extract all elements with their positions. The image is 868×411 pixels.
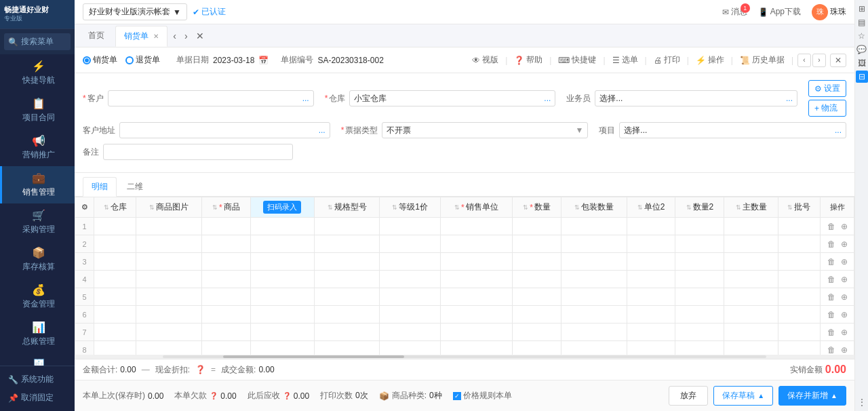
- cell-10[interactable]: [675, 271, 724, 288]
- cell-1[interactable]: [136, 324, 202, 341]
- cell-10[interactable]: [675, 218, 724, 235]
- cell-8[interactable]: [561, 271, 627, 288]
- cell-11[interactable]: [724, 306, 778, 324]
- cell-11[interactable]: [724, 235, 778, 253]
- cell-11[interactable]: [724, 341, 778, 355]
- cell-5[interactable]: [380, 271, 440, 288]
- cell-10[interactable]: [675, 235, 724, 253]
- staff-input[interactable]: 选择... ...: [595, 90, 797, 106]
- tab-detail[interactable]: 明细: [83, 177, 117, 197]
- cell-3[interactable]: [250, 306, 314, 324]
- cell-11[interactable]: [724, 288, 778, 306]
- invoice-select[interactable]: 不开票 ▼: [382, 122, 588, 138]
- calendar-icon[interactable]: 📅: [258, 56, 269, 65]
- search-menu-button[interactable]: 🔍 搜索菜单: [4, 33, 71, 50]
- cell-5[interactable]: [380, 288, 440, 306]
- cell-1[interactable]: [136, 253, 202, 271]
- sidebar-item-accounts[interactable]: 📊 总账管理: [0, 315, 75, 353]
- cell-9[interactable]: [627, 235, 675, 253]
- cell-0[interactable]: [94, 306, 136, 324]
- cell-6[interactable]: [440, 271, 512, 288]
- row-delete-btn[interactable]: 🗑: [825, 292, 837, 302]
- tab-home[interactable]: 首页: [80, 26, 113, 45]
- cell-0[interactable]: [94, 324, 136, 341]
- cell-9[interactable]: [627, 253, 675, 271]
- cell-8[interactable]: [561, 306, 627, 324]
- cell-2[interactable]: [201, 253, 250, 271]
- cell-8[interactable]: [561, 235, 627, 253]
- price-check-item[interactable]: 价格规则本单: [453, 390, 512, 402]
- rp-icon-7[interactable]: ⋮: [856, 396, 868, 408]
- cell-7[interactable]: [513, 271, 561, 288]
- row-delete-btn[interactable]: 🗑: [825, 239, 837, 250]
- cell-7[interactable]: [513, 324, 561, 341]
- price-check-checkbox[interactable]: [453, 392, 461, 400]
- cell-5[interactable]: [380, 324, 440, 341]
- cell-3[interactable]: [250, 341, 314, 355]
- cell-8[interactable]: [561, 341, 627, 355]
- row-delete-btn[interactable]: 🗑: [825, 345, 837, 355]
- row-delete-btn[interactable]: 🗑: [825, 256, 837, 267]
- cell-10[interactable]: [675, 253, 724, 271]
- rp-icon-1[interactable]: ⊞: [856, 3, 868, 15]
- sidebar-item-quick-nav[interactable]: ⚡ 快捷导航: [0, 54, 75, 92]
- sidebar-item-sales[interactable]: 💼 销售管理: [0, 166, 75, 203]
- addr-dots-btn[interactable]: ...: [319, 125, 326, 135]
- row-copy-btn[interactable]: ⊕: [839, 292, 850, 302]
- abandon-btn[interactable]: 放弃: [669, 386, 708, 406]
- cell-12[interactable]: [778, 271, 820, 288]
- row-copy-btn[interactable]: ⊕: [839, 327, 850, 338]
- sidebar-item-finance[interactable]: 💰 资金管理: [0, 278, 75, 315]
- cell-2[interactable]: [201, 324, 250, 341]
- cell-9[interactable]: [627, 341, 675, 355]
- cell-6[interactable]: [440, 306, 512, 324]
- cell-10[interactable]: [675, 288, 724, 306]
- cell-8[interactable]: [561, 324, 627, 341]
- tab-2d[interactable]: 二维: [118, 177, 152, 196]
- cell-2[interactable]: [201, 271, 250, 288]
- save-draft-btn[interactable]: 保存草稿 ▲: [713, 386, 773, 406]
- row-copy-btn[interactable]: ⊕: [839, 256, 850, 267]
- cell-0[interactable]: [94, 218, 136, 235]
- cell-10[interactable]: [675, 306, 724, 324]
- cell-6[interactable]: [440, 288, 512, 306]
- save-new-btn[interactable]: 保存并新增 ▲: [778, 386, 846, 406]
- cell-2[interactable]: [201, 218, 250, 235]
- cell-5[interactable]: [380, 235, 440, 253]
- row-copy-btn[interactable]: ⊕: [839, 239, 850, 250]
- cell-3[interactable]: [250, 271, 314, 288]
- rp-icon-3[interactable]: ☆: [856, 30, 868, 42]
- cell-1[interactable]: [136, 288, 202, 306]
- tab-next-btn[interactable]: ›: [182, 29, 191, 43]
- customer-addr-input[interactable]: ...: [119, 122, 330, 138]
- cell-1[interactable]: [136, 235, 202, 253]
- cell-4[interactable]: [314, 306, 380, 324]
- nav-next-btn[interactable]: ›: [812, 54, 826, 67]
- rp-icon-2[interactable]: ▤: [856, 16, 868, 28]
- toolbar-ops[interactable]: ⚡操作: [693, 53, 727, 67]
- cell-0[interactable]: [94, 288, 136, 306]
- tab-close-all-btn[interactable]: ✕: [193, 29, 207, 43]
- customer-input[interactable]: ...: [108, 90, 314, 106]
- cell-4[interactable]: [314, 271, 380, 288]
- warehouse-dots-btn[interactable]: ...: [544, 94, 551, 103]
- cell-9[interactable]: [627, 324, 675, 341]
- cell-4[interactable]: [314, 324, 380, 341]
- cell-7[interactable]: [513, 218, 561, 235]
- cell-10[interactable]: [675, 324, 724, 341]
- cell-4[interactable]: [314, 235, 380, 253]
- rp-icon-5[interactable]: 🖼: [856, 57, 868, 69]
- warehouse-input[interactable]: 小宝仓库 ...: [349, 90, 555, 106]
- cell-4[interactable]: [314, 218, 380, 235]
- cell-11[interactable]: [724, 271, 778, 288]
- cell-6[interactable]: [440, 235, 512, 253]
- staff-dots-btn[interactable]: ...: [786, 94, 793, 103]
- cell-12[interactable]: [778, 306, 820, 324]
- message-button[interactable]: ✉ 1 消息: [722, 6, 747, 18]
- user-profile[interactable]: 珠 珠珠: [812, 4, 846, 20]
- cell-6[interactable]: [440, 253, 512, 271]
- row-copy-btn[interactable]: ⊕: [839, 309, 850, 320]
- cell-1[interactable]: [136, 218, 202, 235]
- cell-6[interactable]: [440, 324, 512, 341]
- cell-3[interactable]: [250, 288, 314, 306]
